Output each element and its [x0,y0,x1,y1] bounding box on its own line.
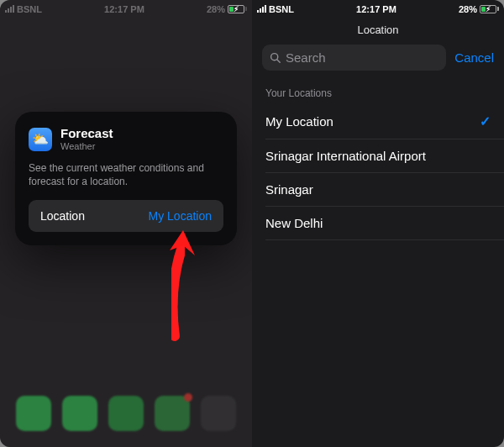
location-param-row[interactable]: Location My Location [29,200,223,232]
list-item-label: Srinagar International Airport [265,149,426,163]
widget-subtitle: Weather [60,141,113,151]
search-placeholder: Search [286,50,326,65]
right-screenshot: BSNL 12:17 PM 28% ⚡︎ Location Search Can… [252,0,504,447]
dock-app[interactable] [108,396,144,431]
location-item-my-location[interactable]: My Location ✓ [252,104,504,139]
checkmark-icon: ✓ [480,113,491,129]
list-item-label: My Location [265,114,333,129]
list-item-label: Srinagar [265,182,313,197]
weather-app-icon: ⛅ [29,128,52,151]
section-header: Your Locations [252,81,504,104]
separator [265,239,504,240]
search-icon [270,52,281,63]
battery-icon: ⚡︎ [480,5,499,13]
location-item[interactable]: Srinagar [252,173,504,206]
signal-icon [257,5,266,13]
battery-icon: ⚡︎ [228,5,247,13]
dock-app[interactable] [62,396,97,431]
widget-description: See the current weather conditions and f… [29,161,223,188]
status-bar: BSNL 12:17 PM 28% ⚡︎ [252,0,504,15]
cancel-button[interactable]: Cancel [454,50,494,65]
page-title: Location [252,15,504,45]
dock-app[interactable] [16,396,51,431]
dock-app[interactable] [155,396,190,431]
widget-title: Forecast [60,127,113,139]
location-item[interactable]: New Delhi [252,207,504,239]
dock-app[interactable] [201,396,236,431]
param-label: Location [40,209,85,223]
widget-config-card[interactable]: ⛅ Forecast Weather See the current weath… [15,112,237,245]
clock: 12:17 PM [356,4,396,14]
list-item-label: New Delhi [265,216,323,230]
svg-line-1 [277,60,280,62]
battery-percent: 28% [459,4,477,14]
carrier-label: BSNL [269,4,294,14]
left-screenshot: BSNL 12:17 PM 28% ⚡︎ ⛅ Forecast Weather … [0,0,252,447]
param-value: My Location [149,209,212,223]
dock [0,380,252,447]
location-item[interactable]: Srinagar International Airport [252,139,504,172]
search-input[interactable]: Search [262,45,446,71]
